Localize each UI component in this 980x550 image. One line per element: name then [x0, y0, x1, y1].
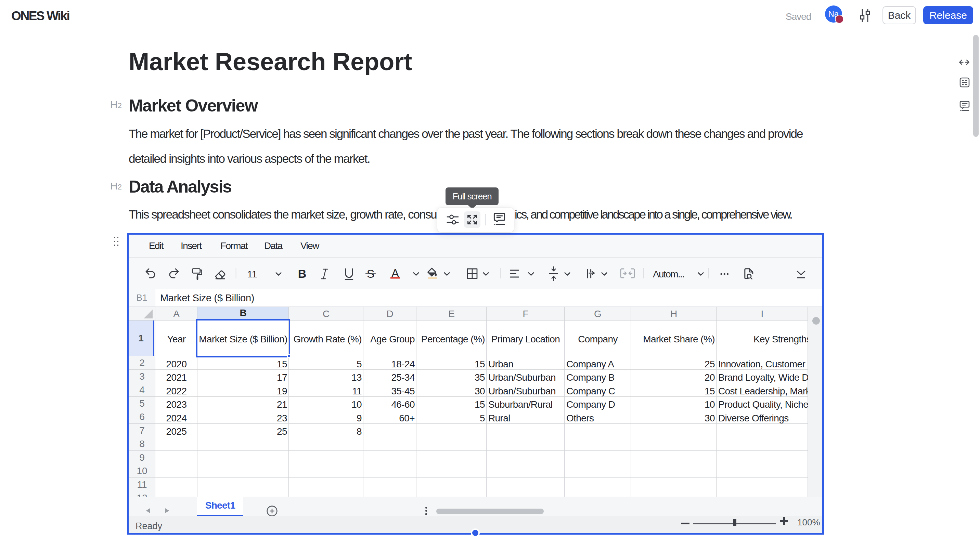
svg-text:B: B — [298, 267, 307, 280]
svg-text:Autom...: Autom... — [653, 269, 684, 280]
svg-text:11: 11 — [247, 269, 257, 280]
